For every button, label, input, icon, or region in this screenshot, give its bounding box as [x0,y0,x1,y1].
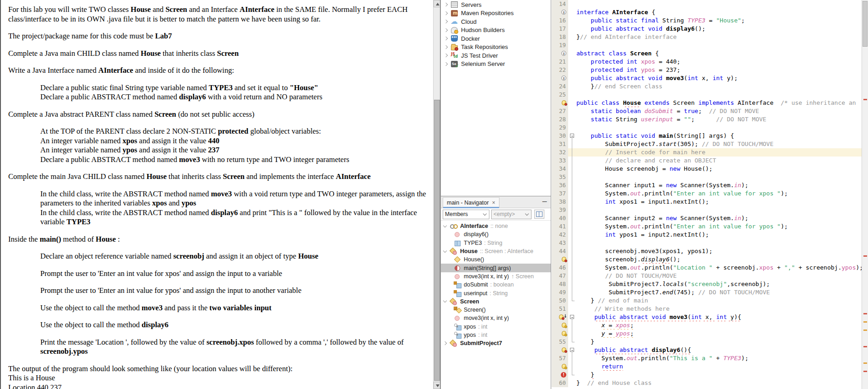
services-item-maven-repositories[interactable]: Maven Repositories [441,9,551,18]
line-number-59[interactable]: ! [552,371,568,379]
code-text[interactable]: SubmitProject7.end(745); // DO NOT TOUCH… [576,288,868,297]
services-item-task-repositories[interactable]: Task Repositories [441,43,551,52]
navigator-item-screen[interactable]: Screen() [441,306,551,314]
code-text[interactable]: // Write methods here [576,305,868,313]
navigator-item-ypos[interactable]: ypos: int [441,331,551,339]
chevron-right-icon[interactable] [444,37,448,40]
line-number-49[interactable]: 49 [552,288,568,297]
collapse-fold-icon[interactable] [570,134,574,138]
error-stripe-mark[interactable] [863,371,867,372]
code-text[interactable]: static boolean doSubmit = true; // DO NO… [576,107,868,115]
code-text[interactable]: public abstract display6(){ [576,346,868,354]
code-line-21[interactable]: 21 protected int xpos = 440; [552,58,868,66]
error-stripe-mark[interactable] [863,99,867,100]
code-line-42[interactable]: 42 int ypos1 = input2.nextInt(); [552,231,868,239]
line-number-55[interactable]: 55 [552,338,568,346]
code-text[interactable] [576,206,868,214]
code-line-47[interactable]: 47 // DO NOT TOUCH/MOVE [552,272,868,280]
collapse-fold-icon[interactable] [570,348,574,352]
line-number-30[interactable]: 30 [552,132,568,140]
editor-scrollbar-thumb[interactable] [863,1,868,47]
line-number-26[interactable] [552,99,568,107]
fold-marker[interactable] [568,346,576,354]
line-number-41[interactable]: 41 [552,222,568,231]
code-text[interactable]: int xpos1 = input1.nextInt(); [576,198,868,206]
code-text[interactable]: screenobj.move3(xpos1, ypos1); [576,247,868,255]
line-number-32[interactable]: 32 [552,148,568,157]
warning-stripe-mark[interactable] [863,330,867,331]
navigator-tab[interactable]: main - Navigator× [443,197,499,208]
code-line-38[interactable]: 38 int xpos1 = input1.nextInt(); [552,198,868,206]
navigator-item-submitproject7[interactable]: SubmitProject7 [441,339,551,347]
navigator-item-house[interactable]: House:: Screen : AInterface [441,247,551,255]
code-text[interactable]: } // end House class [576,379,868,387]
code-text[interactable]: System.out.println("Enter an int value f… [576,189,868,198]
services-item-docker[interactable]: Docker [441,34,551,43]
code-line-20[interactable]: Iabstract class Screen { [552,49,868,58]
line-number-25[interactable]: 25 [552,91,568,99]
code-line-16[interactable]: 16 public static final String TYPE3 = "H… [552,16,868,25]
error-stripe-mark[interactable] [863,255,867,257]
code-text[interactable]: int ypos1 = input2.nextInt(); [576,231,868,239]
code-line-30[interactable]: 30 public static void main(String[] args… [552,132,868,140]
line-number-52[interactable]: ↓ [552,313,568,321]
services-item-hudson-builders[interactable]: Hudson Builders [441,26,551,35]
code-line-57[interactable]: 57 System.out.println("This is a " + TYP… [552,354,868,362]
code-line-45[interactable]: screenobj.display6(); [552,255,868,264]
scroll-up-button[interactable] [434,0,440,7]
editor-scrollbar[interactable] [862,0,868,389]
line-number-45[interactable] [552,255,568,264]
code-line-44[interactable]: 44 screenobj.move3(xpos1, ypos1); [552,247,868,255]
code-text[interactable]: public static final String TYPE3 = "Hous… [576,16,868,25]
chevron-right-icon[interactable] [444,3,448,6]
line-number-53[interactable] [552,321,568,330]
line-number-51[interactable]: 51 [552,305,568,313]
line-number-47[interactable]: 47 [552,272,568,280]
code-text[interactable]: // Insert code for main here [576,148,868,157]
services-item-cloud[interactable]: Cloud [441,17,551,26]
code-line-29[interactable]: 29 [552,124,868,132]
line-number-43[interactable]: 43 [552,239,568,247]
line-number-60[interactable]: 60 [552,379,568,387]
code-line-37[interactable]: 37 System.out.println("Enter an int valu… [552,189,868,198]
line-number-42[interactable]: 42 [552,231,568,239]
line-number-34[interactable]: 34 [552,165,568,173]
line-number-31[interactable]: 31 [552,140,568,148]
code-text[interactable]: public abstract void move3(int x, int y)… [576,313,868,321]
code-text[interactable] [576,91,868,99]
code-line-55[interactable]: 55 } [552,338,868,346]
warning-stripe-mark[interactable] [863,362,867,364]
navigator-item-dosubmit[interactable]: doSubmit: boolean [441,281,551,289]
collapse-fold-icon[interactable] [570,315,574,319]
code-text[interactable] [576,41,868,49]
code-line-58[interactable]: return [552,362,868,371]
scroll-down-button[interactable] [434,382,440,389]
line-number-36[interactable]: 36 [552,181,568,189]
code-text[interactable]: protected int xpos = 440; [576,58,868,66]
code-line-50[interactable]: 50 } // end of main [552,297,868,305]
fold-marker[interactable] [568,132,576,140]
code-line-34[interactable]: 34 House screenobj = new House(); [552,165,868,173]
line-number-15[interactable]: I [552,8,568,16]
line-number-21[interactable]: 21 [552,58,568,66]
warning-stripe-mark[interactable] [863,321,867,323]
line-number-18[interactable]: 18 [552,33,568,41]
line-number-54[interactable] [552,330,568,338]
code-line-28[interactable]: 28 static String userinput = ""; // DO N… [552,115,868,124]
chevron-right-icon[interactable] [444,45,448,49]
code-line-56[interactable]: public abstract display6(){ [552,346,868,354]
code-line-18[interactable]: 18}// end AInterface interface [552,33,868,41]
code-text[interactable] [576,239,868,247]
code-text[interactable]: }// end AInterface interface [576,33,868,41]
error-stripe-mark[interactable] [863,346,867,347]
code-line-36[interactable]: 36 Scanner input1 = new Scanner(System.i… [552,181,868,189]
code-line-53[interactable]: x = xpos; [552,321,868,330]
code-line-39[interactable]: 39 [552,206,868,214]
chevron-down-icon[interactable] [443,249,447,252]
code-text[interactable] [576,124,868,132]
line-number-48[interactable]: 48 [552,280,568,288]
code-text[interactable]: System.out.println("Location " + screeno… [576,264,868,272]
line-number-33[interactable]: 33 [552,157,568,165]
code-line-48[interactable]: 48 SubmitProject7.locals("screenobj",scr… [552,280,868,288]
code-line-24[interactable]: 24 }// end Screen class [552,82,868,91]
